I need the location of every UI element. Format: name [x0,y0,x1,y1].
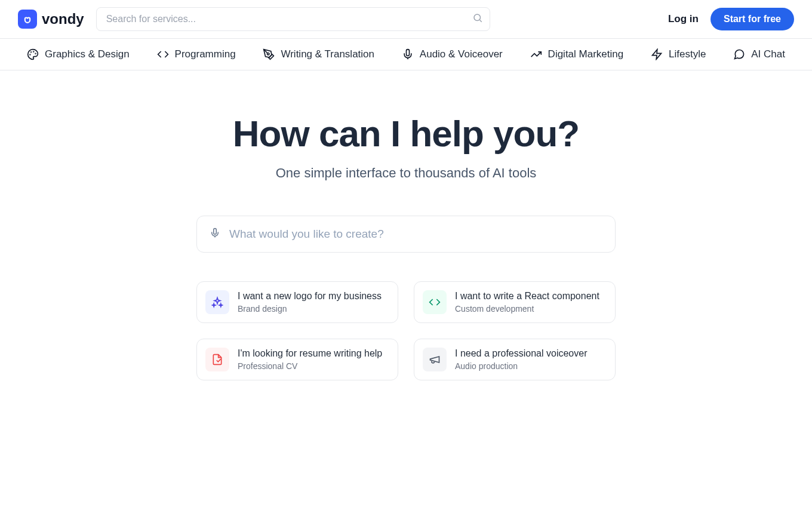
svg-point-4 [30,54,30,55]
svg-point-1 [33,51,34,52]
card-title: I'm looking for resume writing help [238,348,389,359]
suggestion-card-react[interactable]: I want to write a React component Custom… [414,281,616,323]
card-subtitle: Audio production [455,361,607,371]
svg-point-2 [35,53,36,54]
card-title: I need a professional voiceover [455,348,607,359]
category-label: Digital Marketing [548,48,624,60]
category-label: Writing & Translation [281,48,374,60]
search-input[interactable] [96,7,490,31]
category-graphics-design[interactable]: Graphics & Design [27,48,130,60]
category-lifestyle[interactable]: Lifestyle [651,48,706,60]
category-ai-chat[interactable]: AI Chat [733,48,785,60]
category-label: Graphics & Design [45,48,130,60]
search-icon [472,13,483,26]
zap-icon [651,48,663,60]
start-free-button[interactable]: Start for free [710,8,794,30]
hero-subtitle: One simple interface to thousands of AI … [0,165,812,181]
palette-icon [27,48,39,60]
card-subtitle: Brand design [238,304,389,314]
category-audio-voiceover[interactable]: Audio & Voiceover [402,48,503,60]
document-edit-icon [205,348,229,371]
chat-icon [733,48,745,60]
category-label: Programming [175,48,236,60]
microphone-icon[interactable] [210,228,220,241]
brand-logo[interactable]: vondy [18,10,84,29]
category-digital-marketing[interactable]: Digital Marketing [530,48,624,60]
code-icon [423,290,447,314]
category-label: Audio & Voiceover [420,48,503,60]
pen-icon [263,48,275,60]
card-title: I want a new logo for my business [238,291,389,302]
svg-marker-7 [653,50,662,60]
category-label: AI Chat [751,48,785,60]
login-link[interactable]: Log in [668,13,699,25]
suggestion-card-voiceover[interactable]: I need a professional voiceover Audio pr… [414,339,616,380]
trending-up-icon [530,48,542,60]
hero-title: How can I help you? [0,112,812,155]
code-icon [157,48,169,60]
suggestion-card-logo[interactable]: I want a new logo for my business Brand … [196,281,398,323]
mic-icon [402,48,414,60]
sparkle-icon [205,290,229,314]
prompt-input[interactable] [196,216,616,253]
card-subtitle: Custom development [455,304,607,314]
card-title: I want to write a React component [455,291,607,302]
category-programming[interactable]: Programming [157,48,236,60]
brand-name: vondy [42,11,84,27]
category-label: Lifestyle [669,48,706,60]
logo-mark-icon [18,10,37,29]
svg-point-5 [267,53,269,55]
svg-point-3 [31,52,32,53]
megaphone-icon [423,348,447,371]
card-subtitle: Professional CV [238,361,389,371]
suggestion-card-resume[interactable]: I'm looking for resume writing help Prof… [196,339,398,380]
category-writing-translation[interactable]: Writing & Translation [263,48,374,60]
svg-point-0 [474,14,481,21]
